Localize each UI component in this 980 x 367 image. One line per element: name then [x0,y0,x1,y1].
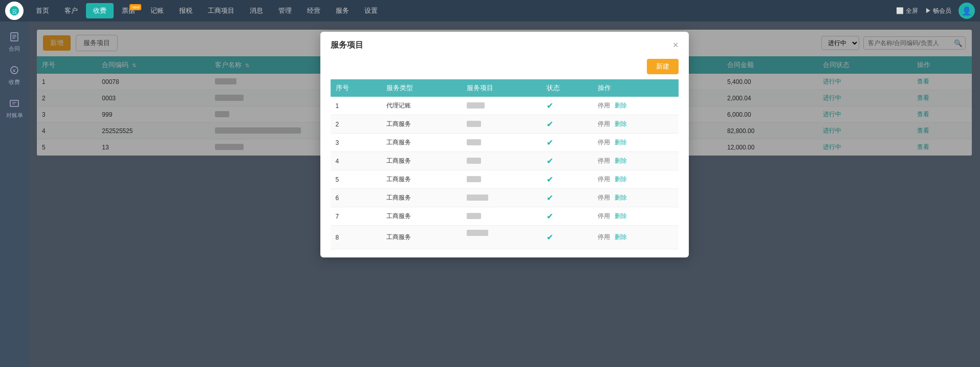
modal-close-button[interactable]: × [673,40,679,51]
delete-button[interactable]: 删除 [615,176,627,183]
nav-business[interactable]: 经营 [300,3,328,18]
nav-bizproject[interactable]: 工商项目 [201,3,242,18]
modal-cell-status: ✔ [541,134,593,152]
contract-icon [8,31,20,43]
modal-cell-status: ✔ [541,189,593,207]
sidebar-item-contract[interactable]: 合同 [0,26,29,58]
sidebar-label-fee: 收费 [9,78,20,86]
modal-table-row: 3 工商服务 ████ ✔ 停用 删除 [331,134,679,152]
stop-button[interactable]: 停用 [598,139,610,146]
modal-cell-type: 工商服务 [381,189,461,207]
modal-cell-type: 工商服务 [381,170,461,189]
nav-settings[interactable]: 设置 [357,3,385,18]
modal-table-row: 5 工商服务 ████ ✔ 停用 删除 [331,170,679,189]
avatar[interactable]: 👤 [959,3,975,19]
nav-service[interactable]: 服务 [329,3,356,18]
nav-fees[interactable]: 收费 [86,3,114,18]
fee-icon: ¥ [8,64,20,76]
stop-button[interactable]: 停用 [598,212,610,220]
delete-button[interactable]: 删除 [615,139,627,146]
modal-cell-type: 工商服务 [381,152,461,170]
modal-col-status: 状态 [541,79,593,97]
modal-col-action: 操作 [593,79,679,97]
modal-table-row: 6 工商服务 ██████ ✔ 停用 删除 [331,189,679,207]
modal-table: 序号 服务类型 服务项目 状态 操作 1 代理记账 ████1 ✔ 停用 删除 [331,79,679,249]
modal-cell-seq: 8 [331,226,382,249]
stop-button[interactable]: 停用 [598,233,610,241]
modal-table-row: 4 工商服务 ████ ✔ 停用 删除 [331,152,679,170]
delete-button[interactable]: 删除 [615,157,627,164]
modal-cell-seq: 4 [331,152,382,170]
modal-cell-seq: 3 [331,134,382,152]
modal-table-wrap[interactable]: 序号 服务类型 服务项目 状态 操作 1 代理记账 ████1 ✔ 停用 删除 [320,79,689,257]
sidebar: 合同 ¥ 收费 对账单 [0,21,29,367]
nav-messages[interactable]: 消息 [243,3,270,18]
modal-cell-project: ████ [462,134,541,152]
modal-cell-status: ✔ [541,207,593,226]
stop-button[interactable]: 停用 [598,176,610,183]
modal-col-project: 服务项目 [462,79,541,97]
nav-tax[interactable]: 报税 [172,3,200,18]
delete-button[interactable]: 删除 [615,233,627,241]
modal-cell-action: 停用 删除 [593,97,679,115]
modal-cell-action: 停用 删除 [593,226,679,249]
modal-cell-type: 工商服务 [381,226,461,249]
modal-cell-type: 工商服务 [381,207,461,226]
modal-cell-status: ✔ [541,115,593,134]
nav-accounting[interactable]: 记账 [143,3,171,18]
delete-button[interactable]: 删除 [615,194,627,201]
nav-management[interactable]: 管理 [271,3,299,18]
stop-button[interactable]: 停用 [598,157,610,164]
delete-button[interactable]: 删除 [615,102,627,109]
stop-button[interactable]: 停用 [598,102,610,109]
modal-cell-project: ████ [462,115,541,134]
modal-cell-status: ✔ [541,170,593,189]
member-btn[interactable]: ▶ 畅会员 [925,7,951,15]
svg-text:¥: ¥ [12,68,16,73]
modal-cell-project: ████ [462,207,541,226]
statement-icon [8,97,20,110]
nav-home[interactable]: 首页 [29,3,56,18]
fullscreen-btn[interactable]: ⬜ 全屏 [896,7,918,15]
modal-new-button[interactable]: 新建 [647,59,679,74]
modal-cell-status: ✔ [541,226,593,249]
delete-button[interactable]: 删除 [615,212,627,220]
modal-header: 服务项目 × [320,32,689,56]
modal-cell-status: ✔ [541,152,593,170]
delete-button[interactable]: 删除 [615,120,627,127]
stop-button[interactable]: 停用 [598,194,610,201]
modal-cell-project: ████1 [462,97,541,115]
modal-cell-type: 代理记账 [381,97,461,115]
stop-button[interactable]: 停用 [598,120,610,127]
top-nav: 云 首页 客户 收费 票据 new 记账 报税 工商项目 消息 管理 经营 服务… [0,0,980,21]
nav-bills[interactable]: 票据 new [115,3,142,18]
modal-cell-seq: 7 [331,207,382,226]
sidebar-label-statement: 对账单 [6,112,23,119]
modal-cell-action: 停用 删除 [593,152,679,170]
modal-cell-project: ████注册 [462,226,541,249]
sidebar-label-contract: 合同 [9,45,20,53]
modal-cell-action: 停用 删除 [593,134,679,152]
nav-right: ⬜ 全屏 ▶ 畅会员 👤 [896,3,975,19]
modal-cell-seq: 6 [331,189,382,207]
modal-table-row: 7 工商服务 ████ ✔ 停用 删除 [331,207,679,226]
modal-cell-action: 停用 删除 [593,207,679,226]
sidebar-item-statement[interactable]: 对账单 [0,92,29,124]
modal-toolbar: 新建 [320,56,689,79]
modal-col-seq: 序号 [331,79,382,97]
sidebar-item-fee[interactable]: ¥ 收费 [0,59,29,91]
logo[interactable]: 云 [5,2,24,20]
modal-table-row: 2 工商服务 ████ ✔ 停用 删除 [331,115,679,134]
svg-rect-8 [10,100,18,106]
main-layout: 合同 ¥ 收费 对账单 [0,21,980,367]
nav-items: 首页 客户 收费 票据 new 记账 报税 工商项目 消息 管理 经营 服务 设… [29,3,896,18]
modal-cell-type: 工商服务 [381,134,461,152]
modal-cell-type: 工商服务 [381,115,461,134]
modal-cell-action: 停用 删除 [593,115,679,134]
new-badge: new [129,4,141,10]
modal-cell-seq: 2 [331,115,382,134]
nav-customers[interactable]: 客户 [57,3,85,18]
modal-overlay[interactable]: 服务项目 × 新建 序号 服务类型 服务项目 状态 [29,21,980,367]
modal-table-row: 1 代理记账 ████1 ✔ 停用 删除 [331,97,679,115]
modal-col-type: 服务类型 [381,79,461,97]
